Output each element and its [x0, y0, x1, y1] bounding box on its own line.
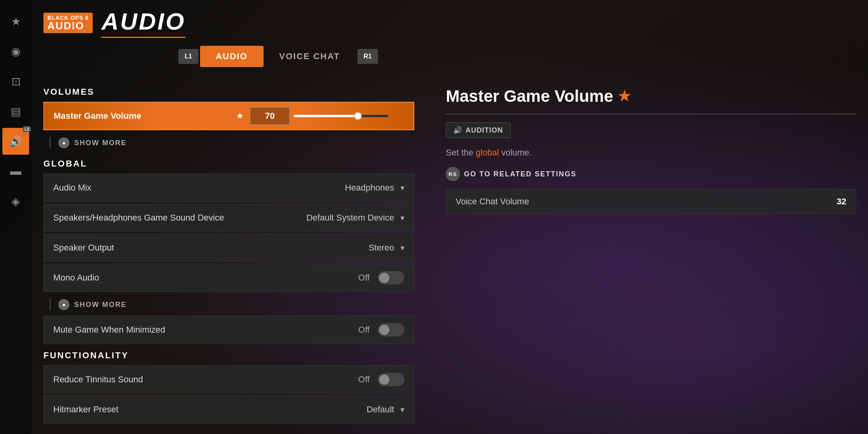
show-more-circle-icon: ●	[58, 137, 69, 148]
l2-badge: L2	[23, 126, 31, 132]
panel-description: Set the global volume.	[446, 146, 856, 159]
volumes-show-more-label: SHOW MORE	[74, 139, 127, 147]
slider-fill	[294, 115, 358, 117]
global-header: GLOBAL	[43, 159, 414, 169]
global-show-more[interactable]: ● SHOW MORE	[51, 295, 135, 314]
audition-badge[interactable]: 🔊 AUDITION	[446, 122, 511, 138]
panel-desc-after: volume.	[499, 148, 532, 157]
setting-row-hitmarker[interactable]: Hitmarker Preset Default ▾	[43, 395, 414, 424]
tab-nav-r1[interactable]: R1	[357, 49, 378, 64]
tinnitus-toggle[interactable]	[378, 373, 404, 386]
tinnitus-label: Reduce Tinnitus Sound	[53, 374, 294, 385]
hitmarker-selected: Default	[367, 404, 394, 415]
global-show-more-label: SHOW MORE	[74, 301, 127, 309]
network-icon: ◈	[11, 195, 20, 208]
mono-audio-label: Mono Audio	[53, 273, 294, 283]
panel-title: Master Game Volume ★	[446, 87, 856, 106]
sidebar-item-display[interactable]: ▬	[2, 158, 29, 185]
panel-desc-highlight: global	[476, 148, 499, 157]
tab-voice-chat[interactable]: VOICE CHAT	[264, 46, 356, 67]
volumes-group: Master Game Volume ★ 70	[43, 102, 414, 130]
setting-row-mono-audio[interactable]: Mono Audio Off	[43, 264, 414, 292]
star-icon: ★	[11, 15, 21, 28]
tinnitus-toggle-container: Off	[294, 373, 404, 386]
master-volume-star: ★	[236, 111, 244, 121]
speaker-output-chevron: ▾	[400, 243, 404, 253]
setting-row-tinnitus[interactable]: Reduce Tinnitus Sound Off	[43, 365, 414, 394]
tinnitus-value: Off	[358, 374, 370, 385]
voice-chat-volume-label: Voice Chat Volume	[456, 196, 529, 207]
global-show-more-wrapper: ● SHOW MORE	[43, 295, 414, 314]
controller-icon: ⊡	[11, 75, 21, 88]
mouse-icon: ◉	[11, 45, 21, 58]
mono-audio-value: Off	[358, 273, 370, 283]
volumes-header: VOLUMES	[43, 87, 414, 97]
left-column: VOLUMES Master Game Volume ★ 70	[43, 79, 418, 434]
panel-title-star: ★	[618, 88, 630, 105]
master-volume-label: Master Game Volume	[54, 111, 230, 121]
sidebar: ★ ◉ ⊡ ▤ 🔊 L2 ▬ ◈	[0, 0, 32, 434]
voice-chat-volume-value: 32	[837, 196, 846, 207]
audio-icon: 🔊	[9, 135, 22, 148]
tab-bar: L1 AUDIO VOICE CHAT R1	[43, 46, 513, 67]
hud-icon: ▤	[11, 105, 21, 118]
mute-group: Mute Game When Minimized Off	[43, 316, 414, 344]
global-group: Audio Mix Headphones ▾ Speakers/Headphon…	[43, 174, 414, 292]
master-volume-slider[interactable]	[294, 115, 404, 117]
speakers-chevron: ▾	[400, 213, 404, 223]
audio-mix-selected: Headphones	[345, 183, 394, 193]
speakers-selected: Default System Device	[306, 213, 394, 223]
audio-mix-label: Audio Mix	[53, 183, 270, 193]
mono-audio-toggle-container: Off	[294, 271, 404, 284]
sidebar-item-controller[interactable]: ⊡	[2, 68, 29, 95]
mute-minimized-label: Mute Game When Minimized	[53, 325, 294, 335]
global-show-more-icon: ●	[58, 299, 69, 310]
brand-big: AUDIO	[47, 21, 89, 31]
setting-row-speaker-output[interactable]: Speaker Output Stereo ▾	[43, 234, 414, 262]
setting-row-master-volume[interactable]: Master Game Volume ★ 70	[43, 102, 414, 130]
speaker-output-selected: Stereo	[369, 243, 394, 253]
go-related-label: GO TO RELATED SETTINGS	[464, 170, 576, 178]
audition-label: AUDITION	[466, 126, 503, 135]
tab-audio[interactable]: AUDIO	[200, 46, 264, 67]
mono-audio-toggle[interactable]	[378, 271, 404, 284]
right-panel: Master Game Volume ★ 🔊 AUDITION Set the …	[434, 79, 868, 434]
setting-row-mute-minimized[interactable]: Mute Game When Minimized Off	[43, 316, 414, 344]
mute-minimized-toggle-container: Off	[294, 323, 404, 337]
speakers-label: Speakers/Headphones Game Sound Device	[53, 213, 270, 223]
volumes-show-more-wrapper: ● SHOW MORE	[43, 133, 414, 152]
hitmarker-value: Default ▾	[270, 404, 404, 415]
functionality-header: FUNCTIONALITY	[43, 350, 414, 361]
page-title: AUDIO	[101, 8, 185, 38]
panel-desc-before: Set the	[446, 148, 476, 157]
rs-badge: RS	[446, 167, 460, 181]
sidebar-item-network[interactable]: ◈	[2, 188, 29, 215]
master-volume-value: 70	[250, 107, 290, 125]
volumes-show-more[interactable]: ● SHOW MORE	[51, 133, 135, 152]
sidebar-item-hud[interactable]: ▤	[2, 98, 29, 125]
setting-row-speakers[interactable]: Speakers/Headphones Game Sound Device De…	[43, 204, 414, 232]
hitmarker-label: Hitmarker Preset	[53, 404, 270, 415]
main-content: BLACK OPS 6 AUDIO AUDIO L1 AUDIO VOICE C…	[32, 0, 868, 434]
speaker-output-label: Speaker Output	[53, 243, 270, 253]
audition-speaker-icon: 🔊	[453, 126, 462, 135]
header-logo: BLACK OPS 6 AUDIO AUDIO	[43, 8, 868, 38]
tab-nav-l1[interactable]: L1	[178, 49, 198, 64]
panel-divider	[446, 114, 856, 114]
sidebar-item-mouse[interactable]: ◉	[2, 38, 29, 65]
audio-mix-value: Headphones ▾	[270, 183, 404, 193]
audio-mix-chevron: ▾	[400, 183, 404, 193]
setting-row-audio-mix[interactable]: Audio Mix Headphones ▾	[43, 174, 414, 202]
slider-thumb	[354, 112, 362, 120]
sidebar-item-audio[interactable]: 🔊 L2	[2, 128, 29, 155]
mute-minimized-toggle[interactable]	[378, 323, 404, 337]
panel-title-text: Master Game Volume	[446, 87, 613, 106]
slider-track	[294, 115, 388, 117]
sidebar-item-favorites[interactable]: ★	[2, 8, 29, 35]
speakers-value: Default System Device ▾	[270, 213, 404, 223]
related-row-voice-chat[interactable]: Voice Chat Volume 32	[446, 189, 856, 214]
display-icon: ▬	[10, 165, 21, 178]
go-related-settings[interactable]: RS GO TO RELATED SETTINGS	[446, 167, 856, 181]
functionality-group: Reduce Tinnitus Sound Off Hitmarker Pres…	[43, 365, 414, 424]
logo-box: BLACK OPS 6 AUDIO	[43, 13, 93, 33]
